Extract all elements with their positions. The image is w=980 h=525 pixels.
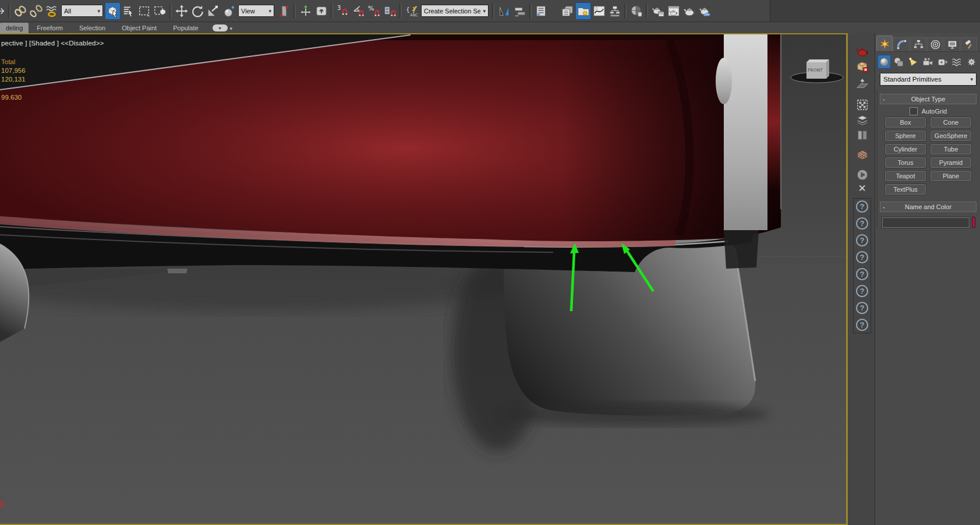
panels-macro-icon[interactable] (854, 128, 871, 143)
play-macro-icon[interactable] (854, 167, 871, 182)
sphere-button[interactable]: Sphere (885, 131, 926, 141)
gray-trim-pillar (724, 34, 767, 230)
cylinder-button[interactable]: Cylinder (885, 144, 926, 154)
keyboard-shortcut-override-icon[interactable] (313, 2, 329, 20)
render-setup-icon[interactable] (650, 2, 666, 20)
ribbon-tab-populate[interactable]: Populate (165, 23, 206, 33)
toggle-scene-explorer-button[interactable] (575, 2, 591, 20)
named-selection-set-dropdown[interactable]: Create Selection Se▾ (421, 5, 489, 17)
select-and-rotate-icon[interactable] (189, 2, 205, 20)
spinner-snap-icon[interactable] (382, 2, 398, 20)
name-and-color-rollout-header[interactable]: - Name and Color (880, 202, 977, 212)
perspective-viewport[interactable]: FRONT pective ] [Shaded ] <<Disabled>> T… (0, 33, 848, 525)
viewport-scene[interactable]: FRONT (0, 34, 846, 524)
space-warps-icon[interactable] (950, 55, 964, 69)
redo-arrow-icon[interactable] (0, 2, 6, 20)
select-by-name-icon[interactable] (121, 2, 136, 20)
toolbar-empty-area (770, 0, 980, 22)
ribbon-options-caret-icon[interactable]: ▾ (230, 26, 233, 31)
question-macro-button[interactable]: ? (856, 234, 868, 246)
viewport-label[interactable]: pective ] [Shaded ] <<Disabled>> (1, 40, 104, 47)
question-macro-button[interactable]: ? (856, 285, 868, 297)
checker-select-macro-icon[interactable] (854, 97, 871, 112)
question-macro-button[interactable]: ? (856, 302, 868, 314)
ribbon-tab-modeling[interactable]: deling (0, 23, 29, 33)
object-name-field[interactable] (882, 217, 970, 228)
pyramid-button[interactable]: Pyramid (931, 157, 971, 168)
object-color-swatch[interactable] (972, 217, 975, 228)
ribbon-tab-selection[interactable]: Selection (71, 23, 114, 33)
create-tab[interactable] (876, 36, 893, 51)
selection-filter-dropdown[interactable]: All▾ (61, 5, 103, 17)
window-crossing-icon[interactable] (152, 2, 168, 20)
render-production-icon[interactable] (681, 2, 697, 20)
rectangular-selection-region-icon[interactable] (136, 2, 152, 20)
chevron-down-icon: ▾ (970, 76, 973, 82)
toolbar-separator (492, 3, 494, 19)
systems-icon[interactable] (965, 55, 978, 69)
utilities-tab[interactable] (961, 37, 977, 51)
select-and-link-icon[interactable] (12, 2, 28, 20)
plane-button[interactable]: Plane (931, 171, 971, 181)
material-editor-icon[interactable] (628, 2, 644, 20)
bricks-macro-icon[interactable] (854, 147, 871, 163)
curve-editor-icon[interactable] (591, 2, 607, 20)
helpers-icon[interactable] (936, 55, 949, 69)
shapes-icon[interactable] (892, 55, 905, 69)
mirror-icon[interactable] (496, 2, 512, 20)
use-pivot-point-center-icon[interactable] (276, 2, 292, 20)
display-tab[interactable] (944, 37, 960, 51)
lights-icon[interactable] (907, 55, 920, 69)
tube-button[interactable]: Tube (931, 144, 971, 154)
question-button-group: ? ? ? ? ? ? ? ? (853, 198, 871, 333)
snaps-toggle-3d-icon[interactable] (335, 2, 351, 20)
teapot-macro-icon[interactable] (854, 44, 871, 59)
textplus-button[interactable]: TextPlus (885, 184, 926, 195)
geosphere-button[interactable]: GeoSphere (931, 131, 971, 141)
autogrid-checkbox[interactable] (910, 107, 918, 115)
select-and-manipulate-icon[interactable] (298, 2, 313, 20)
motion-tab[interactable] (927, 37, 943, 51)
ribbon-tab-freeform[interactable]: Freeform (29, 23, 71, 33)
layer-explorer-icon[interactable] (533, 2, 549, 20)
toolbar-separator (624, 3, 627, 19)
question-macro-button[interactable]: ? (856, 200, 868, 213)
modify-tab[interactable] (893, 37, 910, 51)
schematic-view-icon[interactable] (607, 2, 622, 20)
primitive-category-dropdown[interactable]: Standard Primitives ▾ (880, 73, 977, 86)
teapot-button[interactable]: Teapot (885, 171, 926, 181)
angle-snap-icon[interactable] (351, 2, 366, 20)
cameras-icon[interactable] (921, 55, 935, 69)
object-type-rollout-header[interactable]: - Object Type (880, 94, 977, 104)
percent-snap-icon[interactable] (366, 2, 382, 20)
select-and-scale-icon[interactable] (205, 2, 221, 20)
close-x-icon[interactable]: ✕ (858, 184, 866, 193)
unlink-selection-icon[interactable] (28, 2, 44, 20)
bind-to-space-warp-icon[interactable] (44, 2, 59, 20)
question-macro-button[interactable]: ? (856, 251, 868, 263)
red-sliver-shape (767, 34, 781, 230)
select-and-place-icon[interactable] (221, 2, 236, 20)
rendered-frame-window-icon[interactable] (666, 2, 681, 20)
question-macro-button[interactable]: ? (856, 268, 868, 280)
render-in-cloud-icon[interactable] (697, 2, 713, 20)
layers-move-macro-icon[interactable] (854, 112, 871, 128)
ribbon-tab-object-paint[interactable]: Object Paint (114, 23, 165, 33)
question-macro-button[interactable]: ? (856, 217, 868, 230)
box-button[interactable]: Box (885, 117, 926, 128)
grid-arrow-macro-icon[interactable] (854, 76, 871, 91)
select-and-move-icon[interactable] (174, 2, 189, 20)
align-icon[interactable] (512, 2, 528, 20)
edit-named-selection-sets-icon[interactable] (404, 2, 419, 20)
cone-button[interactable]: Cone (931, 117, 971, 128)
hierarchy-tab[interactable] (910, 37, 926, 51)
reference-coordinate-dropdown[interactable]: View▾ (238, 5, 274, 17)
torus-button[interactable]: Torus (885, 157, 926, 168)
box-delete-macro-icon[interactable] (854, 59, 871, 74)
toolbar-separator (646, 3, 648, 19)
scene-explorer-list-icon[interactable] (560, 2, 575, 20)
question-macro-button[interactable]: ? (856, 319, 868, 331)
select-object-button[interactable] (105, 2, 121, 20)
geometry-icon[interactable] (878, 55, 891, 69)
ribbon-minimize-button[interactable]: ▾ (213, 24, 228, 31)
